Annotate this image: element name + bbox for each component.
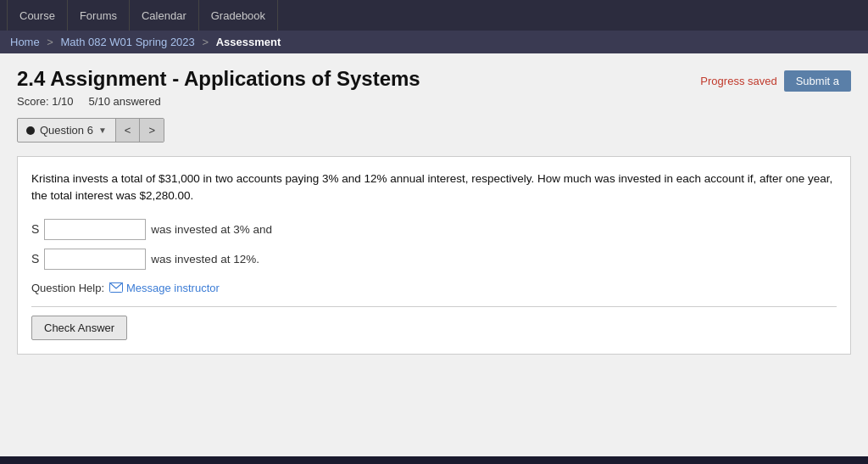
check-answer-button[interactable]: Check Answer <box>31 316 127 340</box>
main-content: 2.4 Assignment - Applications of Systems… <box>0 53 868 456</box>
nav-tab-calendar[interactable]: Calendar <box>130 0 199 31</box>
question-dot <box>26 126 35 135</box>
input-row-1: S was invested at 3% and <box>31 219 837 240</box>
answered-count: 5/10 answered <box>89 95 161 108</box>
score-value: Score: 1/10 <box>17 95 74 108</box>
question-area: Kristina invests a total of $31,000 in t… <box>17 156 851 355</box>
answer-input-2[interactable] <box>44 249 146 270</box>
breadcrumb-course[interactable]: Math 082 W01 Spring 2023 <box>61 36 195 48</box>
assignment-title: 2.4 Assignment - Applications of Systems <box>17 67 420 91</box>
dollar-sign-1: S <box>31 222 39 236</box>
question-dropdown[interactable]: Question 6 ▼ <box>18 119 116 142</box>
chevron-down-icon: ▼ <box>98 126 107 135</box>
header-actions: Progress saved Submit a <box>700 70 851 92</box>
dollar-sign-2: S <box>31 252 39 266</box>
input2-label: was invested at 12%. <box>151 253 259 266</box>
input-row-2: S was invested at 12%. <box>31 249 837 270</box>
score-line: Score: 1/10 5/10 answered <box>17 95 851 108</box>
question-help: Question Help: Message instructor <box>31 282 837 294</box>
divider <box>31 306 837 307</box>
nav-tab-forums[interactable]: Forums <box>68 0 130 31</box>
nav-tab-gradebook[interactable]: Gradebook <box>199 0 278 31</box>
breadcrumb-current: Assessment <box>216 36 281 48</box>
breadcrumb: Home > Math 082 W01 Spring 2023 > Assess… <box>0 31 868 53</box>
submit-button[interactable]: Submit a <box>784 70 851 92</box>
progress-saved: Progress saved <box>700 75 776 87</box>
nav-tab-course[interactable]: Course <box>7 0 68 31</box>
input1-label: was invested at 3% and <box>151 223 272 236</box>
question-selector: Question 6 ▼ < > <box>17 118 164 143</box>
next-question-button[interactable]: > <box>140 119 164 142</box>
breadcrumb-home[interactable]: Home <box>10 36 40 48</box>
message-instructor-label: Message instructor <box>126 282 220 294</box>
question-text: Kristina invests a total of $31,000 in t… <box>31 171 837 205</box>
prev-question-button[interactable]: < <box>116 119 141 142</box>
help-label: Question Help: <box>31 282 104 294</box>
message-instructor-link[interactable]: Message instructor <box>109 282 220 294</box>
question-label: Question 6 <box>40 124 93 137</box>
nav-bar: Course Forums Calendar Gradebook <box>0 0 868 31</box>
envelope-icon <box>109 282 123 293</box>
assignment-header: 2.4 Assignment - Applications of Systems… <box>17 67 851 92</box>
breadcrumb-separator-2: > <box>202 36 209 48</box>
answer-input-1[interactable] <box>44 219 146 240</box>
breadcrumb-separator-1: > <box>47 36 53 48</box>
